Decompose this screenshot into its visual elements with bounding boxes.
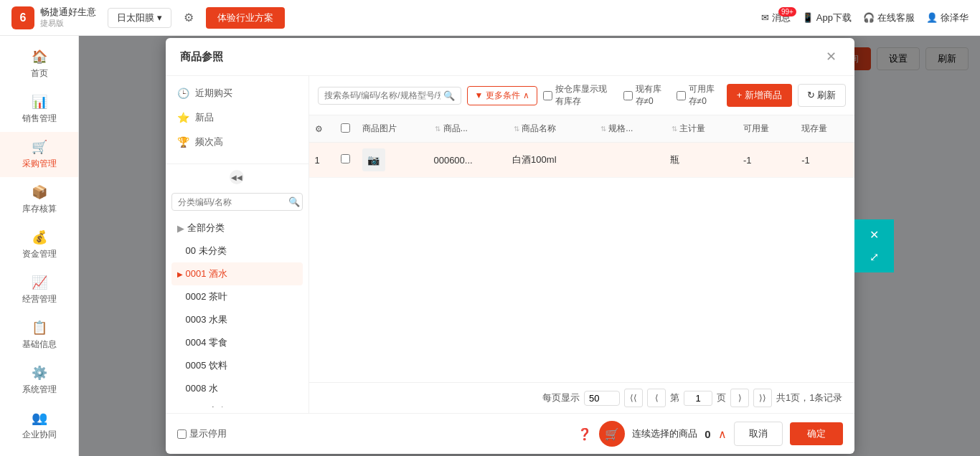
continuous-label: 连续选择的商品 (632, 427, 697, 440)
col-available: 可用量 (738, 115, 796, 143)
table-header: ⚙ 商品图片 ⇅ 商品... (309, 115, 854, 143)
checkbox-by-warehouse-input[interactable] (543, 91, 552, 100)
last-page-button[interactable]: ⟩⟩ (753, 389, 772, 407)
cell-checkbox[interactable] (335, 143, 357, 178)
sidebar-item-operations[interactable]: 📈 经营管理 (0, 267, 78, 313)
sidebar-item-basic-info[interactable]: 📋 基础信息 (0, 313, 78, 358)
sidebar-item-collab[interactable]: 👥 企业协同 (0, 403, 78, 448)
col-settings[interactable]: ⚙ (309, 115, 335, 143)
category-item-water[interactable]: 0008 水 (171, 377, 303, 400)
category-arrow-all: ▶ (177, 223, 184, 234)
message-icon: ✉ (761, 12, 769, 23)
prev-page-button[interactable]: ⟨ (647, 389, 666, 407)
col-spec[interactable]: ⇅ 规格... (593, 115, 664, 143)
recent-purchase-tab[interactable]: 🕒 近期购买 (171, 82, 303, 105)
messages-nav-item[interactable]: ✉ 消息 99+ (761, 11, 791, 24)
col-unit-label: 主计量 (679, 123, 705, 133)
sidebar-item-finance[interactable]: 💰 资金管理 (0, 222, 78, 267)
category-list: ▶ 全部分类 00 未分类 ▶ 0001 酒水 0002 茶 (166, 217, 308, 407)
checkbox-by-warehouse[interactable]: 按仓库显示现有库存 (543, 83, 614, 108)
sidebar-item-system[interactable]: ⚙️ 系统管理 (0, 358, 78, 403)
filter-label: 更多条件 (486, 90, 520, 102)
show-disabled-checkbox[interactable]: 显示停用 (177, 427, 227, 440)
toolbar-right: + 新增商品 ↻ 刷新 (727, 84, 846, 107)
new-icon: ⭐ (177, 112, 189, 123)
select-all-checkbox[interactable] (341, 123, 350, 133)
modal-toolbar: 🔍 ▼ 更多条件 ∧ 按仓库显示现有库存 (309, 76, 854, 115)
mobile-icon: 📱 (802, 12, 814, 23)
product-search-input[interactable] (324, 90, 440, 100)
sidebar-item-inventory[interactable]: 📦 库存核算 (0, 177, 78, 222)
right-teal-panel: ✕ ⤢ (854, 219, 894, 272)
col-code[interactable]: ⇅ 商品... (428, 115, 507, 143)
cancel-button[interactable]: 取消 (734, 422, 783, 446)
expand-right-panel-button[interactable]: ⤢ (867, 247, 882, 267)
category-search-box[interactable]: 🔍 (171, 193, 303, 211)
new-product-tab[interactable]: ⭐ 新品 (171, 106, 303, 129)
help-icon[interactable]: ❓ (578, 427, 592, 441)
collapse-icon[interactable]: ∧ (718, 427, 727, 441)
category-item-all[interactable]: ▶ 全部分类 (171, 217, 303, 239)
show-disabled-input[interactable] (177, 429, 187, 439)
next-page-button[interactable]: ⟩ (730, 389, 749, 407)
sidebar-label-collab: 企业协同 (22, 429, 57, 441)
frequent-label: 频次高 (195, 136, 223, 148)
col-checkbox[interactable] (335, 115, 357, 143)
operations-icon: 📈 (32, 275, 47, 290)
category-label-all: 全部分类 (187, 222, 225, 234)
category-item-appliance[interactable]: 0010 家电 (171, 400, 303, 407)
close-right-panel-button[interactable]: ✕ (867, 225, 882, 244)
category-item-tea[interactable]: 0002 茶叶 (171, 285, 303, 308)
first-page-button[interactable]: ⟨⟨ (624, 389, 643, 407)
checkbox-stock-nonzero-label: 现有库存≠0 (636, 83, 668, 108)
sidebar-label-finance: 资金管理 (22, 248, 57, 260)
modal-close-button[interactable]: ✕ (823, 48, 840, 65)
col-code-sort-icon: ⇅ (435, 125, 440, 133)
online-service-label: 在线客服 (877, 11, 915, 24)
user-nav-item[interactable]: 👤 徐泽华 (926, 11, 969, 24)
settings-icon[interactable]: ⚙ (177, 6, 200, 29)
category-item-snack[interactable]: 0004 零食 (171, 331, 303, 354)
checkbox-available-nonzero-input[interactable] (677, 91, 686, 100)
per-page-select[interactable]: 50 100 200 (584, 391, 620, 406)
col-name-sort-icon: ⇅ (514, 125, 519, 133)
category-item-beverage[interactable]: 0005 饮料 (171, 354, 303, 377)
page-suffix: 页 (717, 391, 726, 404)
sidebar-label-basic-info: 基础信息 (22, 338, 57, 351)
app-download-nav-item[interactable]: 📱 App下载 (802, 11, 852, 24)
more-filter-button[interactable]: ▼ 更多条件 ∧ (467, 86, 538, 105)
nav-store-dropdown[interactable]: 日太阳膜 ▾ (108, 8, 171, 28)
dropdown-arrow-icon: ▾ (157, 12, 162, 23)
checkbox-available-nonzero[interactable]: 可用库存≠0 (677, 83, 721, 108)
category-label-fruit: 0003 水果 (177, 313, 228, 326)
username-label: 徐泽华 (941, 11, 969, 24)
collab-icon: 👥 (32, 410, 47, 426)
category-item-fruit[interactable]: 0003 水果 (171, 308, 303, 331)
inventory-icon: 📦 (32, 184, 47, 200)
confirm-button[interactable]: 确定 (790, 422, 843, 445)
cart-icon[interactable]: 🛒 (599, 421, 625, 447)
modal-overlay: 商品参照 ✕ 🕒 近期购买 ⭐ 新 (79, 36, 980, 456)
table-row[interactable]: 1 📷 000600... 白酒100ml 瓶 (309, 143, 854, 178)
page-label: 第 (670, 391, 679, 404)
trial-industry-button[interactable]: 体验行业方案 (206, 7, 285, 29)
col-name[interactable]: ⇅ 商品名称 (507, 115, 593, 143)
row-checkbox[interactable] (341, 154, 350, 163)
online-service-nav-item[interactable]: 🎧 在线客服 (863, 11, 915, 24)
sidebar-item-purchase[interactable]: 🛒 采购管理 (0, 132, 78, 177)
category-item-unclassified[interactable]: 00 未分类 (171, 239, 303, 262)
frequent-tab[interactable]: 🏆 频次高 (171, 130, 303, 153)
refresh-table-button[interactable]: ↻ 刷新 (798, 84, 846, 107)
page-input[interactable] (684, 391, 712, 406)
checkbox-stock-nonzero-input[interactable] (623, 91, 633, 100)
add-product-button[interactable]: + 新增商品 (727, 84, 792, 107)
collapse-panel-button[interactable]: ◀◀ (230, 170, 244, 184)
sidebar-item-home[interactable]: 🏠 首页 (0, 42, 78, 87)
category-item-liquor[interactable]: ▶ 0001 酒水 (171, 262, 303, 285)
category-search-input[interactable] (178, 197, 286, 207)
sidebar-item-guide[interactable]: 🎯 新手引导 (0, 448, 78, 456)
checkbox-stock-nonzero[interactable]: 现有库存≠0 (623, 83, 668, 108)
col-unit[interactable]: ⇅ 主计量 (664, 115, 738, 143)
product-search-box[interactable]: 🔍 (318, 87, 461, 105)
sidebar-item-sales[interactable]: 📊 销售管理 (0, 87, 78, 132)
